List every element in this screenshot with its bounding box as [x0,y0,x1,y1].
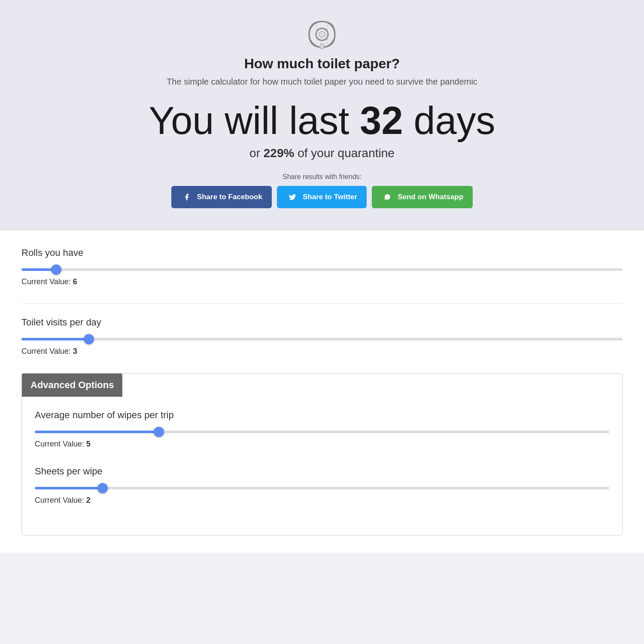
advanced-options-body: Average number of wipes per trip Current… [22,397,622,535]
visits-slider[interactable] [21,338,623,340]
share-label: Share results with friends: [9,173,635,181]
app-title: How much toilet paper? [9,56,635,72]
result-pct-suffix: of your quarantine [294,146,395,160]
wipes-value-number: 5 [86,440,91,448]
rolls-slider-value: Current Value: 6 [21,277,623,286]
result-number: 32 [360,99,403,142]
rolls-slider-label: Rolls you have [21,247,623,258]
rolls-slider-wrapper [21,265,623,274]
share-facebook-label: Share to Facebook [197,193,262,201]
sheets-value-number: 2 [86,496,91,504]
svg-rect-5 [320,44,324,49]
twitter-icon [286,191,298,203]
share-facebook-button[interactable]: Share to Facebook [171,186,272,208]
sheets-slider-section: Sheets per wipe Current Value: 2 [35,466,609,505]
sheets-slider-wrapper [35,484,609,492]
share-buttons-container: Share to Facebook Share to Twitter Send … [9,186,635,208]
visits-slider-label: Toilet visits per day [21,317,623,328]
divider-1 [21,304,623,304]
svg-point-2 [319,31,325,37]
result-percentage-text: or 229% of your quarantine [9,146,635,160]
wipes-slider-section: Average number of wipes per trip Current… [35,410,609,449]
main-content: Rolls you have Current Value: 6 Toilet v… [0,230,644,553]
result-pct-number: 229% [264,146,295,160]
share-whatsapp-label: Send on Whatsapp [398,193,463,201]
result-pct-prefix: or [249,146,264,160]
share-twitter-label: Share to Twitter [303,193,357,201]
whatsapp-icon [381,191,393,203]
result-prefix: You will last [149,99,360,142]
visits-value-prefix: Current Value: [21,347,73,355]
facebook-icon [181,191,193,203]
advanced-options-section: Advanced Options Average number of wipes… [21,373,623,535]
toilet-paper-icon [305,17,339,52]
advanced-options-toggle[interactable]: Advanced Options [22,374,122,397]
share-twitter-button[interactable]: Share to Twitter [277,186,367,208]
hero-section: How much toilet paper? The simple calcul… [0,0,644,230]
sheets-value-prefix: Current Value: [35,496,86,504]
rolls-slider-section: Rolls you have Current Value: 6 [21,247,623,286]
wipes-slider[interactable] [35,431,609,433]
result-suffix: days [403,99,495,142]
sheets-slider[interactable] [35,487,609,489]
rolls-value-number: 6 [73,277,77,286]
wipes-slider-label: Average number of wipes per trip [35,410,609,421]
wipes-value-prefix: Current Value: [35,440,86,448]
result-days-text: You will last 32 days [9,100,635,142]
rolls-slider[interactable] [21,268,623,271]
share-whatsapp-button[interactable]: Send on Whatsapp [372,186,473,208]
app-subtitle: The simple calculator for how much toile… [9,77,635,87]
visits-slider-wrapper [21,335,623,343]
rolls-value-prefix: Current Value: [21,277,73,286]
visits-slider-value: Current Value: 3 [21,347,623,356]
visits-slider-section: Toilet visits per day Current Value: 3 [21,317,623,356]
visits-value-number: 3 [73,347,77,355]
sheets-slider-label: Sheets per wipe [35,466,609,477]
wipes-slider-wrapper [35,428,609,436]
wipes-slider-value: Current Value: 5 [35,440,609,449]
sheets-slider-value: Current Value: 2 [35,496,609,505]
